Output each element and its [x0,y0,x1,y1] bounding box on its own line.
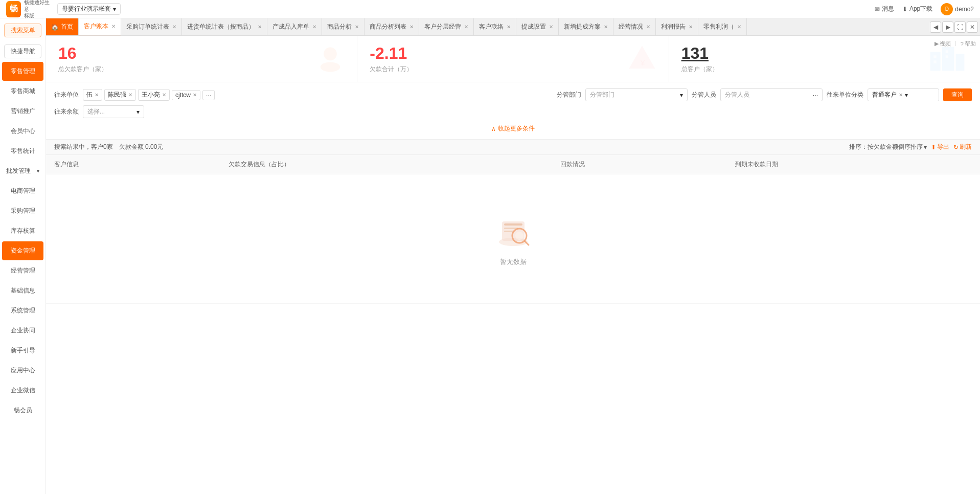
sidebar-item-inventory-check[interactable]: 库存核算 [2,221,43,240]
tab-close-icon[interactable]: ✕ [549,24,553,30]
filter-tag-more[interactable]: ··· [202,90,215,100]
tab-profit-report[interactable]: 利润报告 ✕ [656,18,698,36]
content-area: 🏠 首页 客户账本 ✕ 采购订单统计表 ✕ 进货单统计表（按商品） ✕ 产成品入… [46,18,980,494]
svg-text:¥: ¥ [640,58,645,67]
sidebar-item-purchase-mgmt[interactable]: 采购管理 [2,201,43,220]
filter-unit-class-select[interactable]: 普通客户 ✕ ▾ [868,88,939,101]
message-btn[interactable]: ✉ 消息 [875,5,894,13]
sidebar-item-sys-mgmt[interactable]: 系统管理 [2,301,43,320]
tab-business-status[interactable]: 经营情况 ✕ [613,18,656,36]
sidebar: 搜索菜单 快捷导航 零售管理 零售商城 营销推广 会员中心 零售统计 批发管理 … [0,18,46,494]
refresh-btn[interactable]: ↻ 刷新 [953,143,972,151]
filter-person-select[interactable]: 分管人员 ··· [720,88,823,101]
svg-rect-10 [946,55,948,58]
sidebar-item-pro-member[interactable]: 畅会员 [2,401,43,420]
svg-point-18 [515,232,523,240]
filter-dept-select[interactable]: 分管部门 ▾ [585,88,688,101]
tab-retail-profit[interactable]: 零售利润（ ✕ [698,18,747,36]
tab-goods-analysis[interactable]: 商品分析 ✕ [322,18,364,36]
tab-customer-account[interactable]: 客户账本 ✕ [79,18,121,36]
sidebar-item-new-guide[interactable]: 新手引导 [2,341,43,360]
tabs-maximize-btn[interactable]: ⛶ [954,21,966,33]
sidebar-item-marketing[interactable]: 营销推广 [2,102,43,121]
app-download-btn[interactable]: ⬇ App下载 [902,5,932,13]
svg-rect-6 [956,54,965,71]
tag-close-wang[interactable]: ✕ [162,92,166,98]
tab-close-icon[interactable]: ✕ [312,24,316,30]
sidebar-item-ops-mgmt[interactable]: 经营管理 [2,261,43,280]
stat-label-customers: 总欠款客户（家） [58,65,107,74]
tab-close-icon[interactable]: ✕ [604,24,608,30]
svg-rect-7 [933,55,936,58]
filter-tag-cjttcw: cjttcw ✕ [172,90,200,100]
sort-label: 排序：按欠款金额倒序排序 [849,143,923,151]
results-info: 搜索结果中，客户0家 欠款金额 0.00元 [54,143,163,151]
tag-close-cjttcw[interactable]: ✕ [193,92,197,98]
tab-close-icon[interactable]: ✕ [258,24,262,30]
tag-close-common[interactable]: ✕ [899,92,903,98]
tab-close-icon[interactable]: ✕ [409,24,414,30]
col-customer-info: 客户信息 [46,155,220,174]
tab-close-icon[interactable]: ✕ [172,24,176,30]
tab-inventory-stats[interactable]: 进货单统计表（按商品） ✕ [182,18,267,36]
more-tags-icon: ··· [206,92,211,99]
export-btn[interactable]: ⬆ 导出 [931,143,949,151]
page-content: 16 总欠款客户（家） ¥ -2.11 欠款合计（万） [46,36,980,494]
tag-close-wu[interactable]: ✕ [95,92,99,98]
tab-close-icon[interactable]: ✕ [737,24,741,30]
table-body: 暂无数据 [46,174,980,304]
tag-close-chen[interactable]: ✕ [128,92,132,98]
stat-label-total: 总客户（家） [681,65,718,74]
tabs-prev-btn[interactable]: ◀ [930,21,941,33]
logo-icon: 畅 [6,1,21,17]
tab-customer-contact[interactable]: 客户联络 ✕ [474,18,516,36]
search-menu-button[interactable]: 搜索菜单 [4,24,41,37]
sort-selector[interactable]: 排序：按欠款金额倒序排序 ▾ [849,143,927,151]
results-bar: 搜索结果中，客户0家 欠款金额 0.00元 排序：按欠款金额倒序排序 ▾ ⬆ 导… [46,140,980,155]
sidebar-item-app-center[interactable]: 应用中心 [2,361,43,380]
sidebar-item-retail-mall[interactable]: 零售商城 [2,82,43,101]
sidebar-item-enterprise-collab[interactable]: 企业协同 [2,321,43,340]
sidebar-item-enterprise-wechat[interactable]: 企业微信 [2,381,43,400]
tabs-close-all-btn[interactable]: ✕ [967,21,978,33]
filter-balance-select[interactable]: 选择... ▾ [83,105,144,118]
tab-purchase-order[interactable]: 采购订单统计表 ✕ [121,18,182,36]
tab-new-raise[interactable]: 新增提成方案 ✕ [559,18,613,36]
sidebar-item-retail-mgmt[interactable]: 零售管理 [2,62,43,81]
tab-raise-settings[interactable]: 提成设置 ✕ [516,18,559,36]
stat-value-customers: 16 [58,44,107,63]
tabs-next-btn[interactable]: ▶ [942,21,953,33]
sidebar-item-wholesale-mgmt[interactable]: 批发管理 ▾ [2,162,43,181]
chevron-down-icon: ▾ [113,6,116,13]
col-debt-info: 欠款交易信息（占比） [220,155,552,174]
sidebar-item-retail-stats[interactable]: 零售统计 [2,142,43,161]
stat-label-debt: 欠款合计（万） [370,65,413,74]
quick-nav-button[interactable]: 快捷导航 [4,44,41,58]
tab-close-icon[interactable]: ✕ [355,24,359,30]
collapse-filter-btn[interactable]: ∧ 收起更多条件 [54,122,972,135]
tab-close-icon[interactable]: ✕ [111,24,116,29]
tab-production-stock[interactable]: 产成品入库单 ✕ [267,18,322,36]
user-menu[interactable]: D demo2 [941,3,974,15]
stat-card2-info: -2.11 欠款合计（万） [370,44,413,74]
sidebar-item-basic-info[interactable]: 基础信息 [2,281,43,300]
stat-card-debt: ¥ -2.11 欠款合计（万） [357,36,669,82]
account-selector[interactable]: 母婴行业演示帐套 ▾ [57,3,121,15]
filter-tag-chen: 陈民强 ✕ [104,89,136,101]
tab-close-icon[interactable]: ✕ [646,24,650,30]
sidebar-item-capital-mgmt[interactable]: 资金管理 [2,241,43,260]
table-header: 客户信息 欠款交易信息（占比） 回款情况 到期未收款日期 [46,155,980,174]
sidebar-item-member-center[interactable]: 会员中心 [2,122,43,141]
tab-close-icon[interactable]: ✕ [464,24,468,30]
tab-customer-segment[interactable]: 客户分层经营 ✕ [419,18,474,36]
chevron-down-icon: ▾ [136,108,140,116]
query-button[interactable]: 查询 [943,88,972,101]
logo-area: 畅 畅捷通好生意 标版 [6,0,52,19]
sidebar-item-ecommerce-mgmt[interactable]: 电商管理 [2,182,43,200]
tab-goods-analysis-list[interactable]: 商品分析列表 ✕ [364,18,419,36]
home-icon: 🏠 [51,24,59,31]
quick-nav-section: 快捷导航 [0,40,45,61]
tab-close-icon[interactable]: ✕ [507,24,511,30]
tab-home[interactable]: 🏠 首页 [46,18,79,36]
tab-close-icon[interactable]: ✕ [689,24,693,30]
